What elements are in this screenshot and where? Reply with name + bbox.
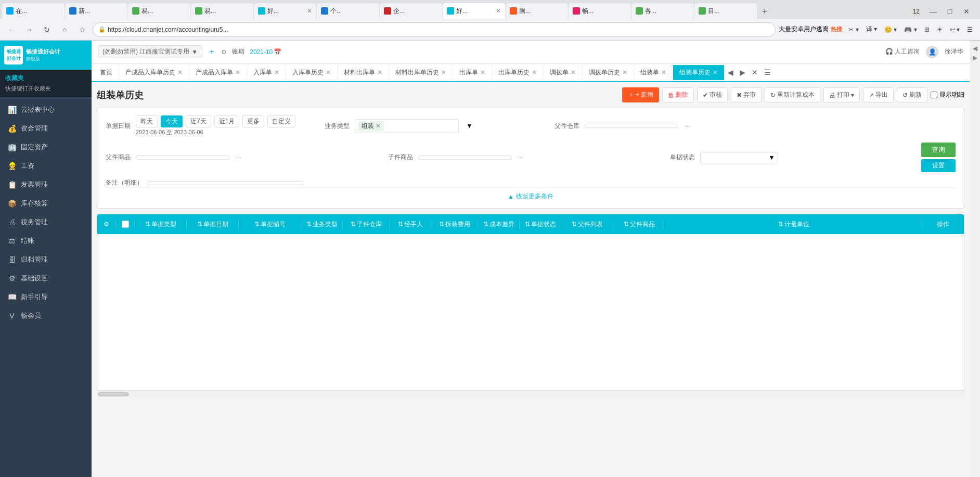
sidebar-item-assets[interactable]: 🏢 固定资产 <box>0 138 92 157</box>
query-button[interactable]: 查询 <box>921 143 956 157</box>
page-tab-5[interactable]: 材料出库单 ✕ <box>338 65 389 80</box>
th-settings[interactable]: ⚙ <box>97 221 116 228</box>
page-tab-8[interactable]: 出库单历史 ✕ <box>492 65 544 80</box>
page-tab-4[interactable]: 入库单历史 ✕ <box>286 65 338 80</box>
reload-button[interactable]: ↻ <box>40 22 54 37</box>
browser-tab-4[interactable]: 易... <box>191 3 253 19</box>
collapse-bar[interactable]: ▲ 收起更多条件 <box>106 187 956 201</box>
yesterday-btn[interactable]: 昨天 <box>136 115 158 127</box>
panel-collapse-btn[interactable]: ◀ <box>973 45 977 52</box>
window-minimize[interactable]: — <box>926 4 940 19</box>
sidebar-item-settlement[interactable]: ⚖ 结账 <box>0 231 92 250</box>
month-btn[interactable]: 近1月 <box>214 115 240 127</box>
page-tab-6-close[interactable]: ✕ <box>441 69 446 76</box>
scrollbar-thumb[interactable] <box>98 392 129 396</box>
forward-button[interactable]: → <box>22 22 36 37</box>
page-tab-7-close[interactable]: ✕ <box>480 69 485 76</box>
sidebar-item-archive[interactable]: 🗄 归档管理 <box>0 250 92 269</box>
sidebar-item-reports[interactable]: 📊 云报表中心 <box>0 100 92 119</box>
th-cost-diff[interactable]: ⇅ 成本差异 <box>478 220 520 229</box>
period-value[interactable]: 2021-10 📅 <box>250 48 281 56</box>
biz-type-tag-close[interactable]: ✕ <box>376 122 381 130</box>
th-biz-type[interactable]: ⇅ 业务类型 <box>301 220 343 229</box>
header-checkbox[interactable] <box>122 221 129 228</box>
export-button[interactable]: ↗ 导出 <box>863 87 894 102</box>
page-tab-11-close[interactable]: ✕ <box>661 69 666 76</box>
page-tab-11[interactable]: 组装单 ✕ <box>634 65 673 80</box>
company-selector[interactable]: (勿删勿禁用) 江西服宝测试专用 ▼ <box>98 45 202 58</box>
page-tab-active-close[interactable]: ✕ <box>713 69 718 76</box>
add-company-btn[interactable]: ＋ <box>208 46 216 57</box>
emoji-icon-btn[interactable]: 😊 ▾ <box>881 24 900 35</box>
browser-tab-active[interactable]: 好... ✕ <box>443 3 505 19</box>
browser-tab-10[interactable]: 各... <box>631 3 694 19</box>
parent-goods-more[interactable]: ··· <box>236 154 241 161</box>
th-bill-no[interactable]: ⇅ 单据编号 <box>239 220 301 229</box>
sidebar-item-settings[interactable]: ⚙ 基础设置 <box>0 269 92 288</box>
settings-button[interactable]: 设置 <box>921 159 956 172</box>
th-disassemble-fee[interactable]: ⇅ 拆装费用 <box>431 220 478 229</box>
tab-close-5[interactable]: ✕ <box>307 7 312 15</box>
browser-tab-1[interactable]: 在... <box>2 3 65 19</box>
sidebar-item-invoice[interactable]: 📋 发票管理 <box>0 175 92 194</box>
th-bill-status[interactable]: ⇅ 单据状态 <box>520 220 561 229</box>
grid-icon-btn[interactable]: ⊞ <box>921 24 933 35</box>
cut-icon-btn[interactable]: ✂ ▾ <box>845 24 861 35</box>
th-unit[interactable]: ⇅ 计量单位 <box>665 220 922 229</box>
bookmark-button[interactable]: ☆ <box>75 22 89 37</box>
tab-nav-close-all[interactable]: ✕ <box>749 66 761 79</box>
print-button[interactable]: 🖨 打印 ▾ <box>823 87 860 102</box>
browser-tab-11[interactable]: 目... <box>694 3 757 19</box>
service-btn[interactable]: 🎧 人工咨询 <box>885 47 920 56</box>
th-parent-list[interactable]: ⇅ 父件列表 <box>561 220 613 229</box>
browser-tab-2[interactable]: 新... <box>65 3 127 19</box>
delete-button[interactable]: 🗑 删除 <box>662 87 694 102</box>
translate-icon-btn[interactable]: 译 ▾ <box>863 23 880 36</box>
address-bar[interactable]: 🔒 https://cloud.chanjet.com/accounting/u… <box>93 22 776 37</box>
th-bill-date[interactable]: ⇅ 单据日期 <box>187 220 239 229</box>
sidebar-item-inventory[interactable]: 📦 库存核算 <box>0 194 92 213</box>
refresh-button[interactable]: ↺ 刷新 <box>897 87 927 102</box>
sidebar-item-member[interactable]: V 畅会员 <box>0 306 92 325</box>
th-child-warehouse[interactable]: ⇅ 子件仓库 <box>343 220 390 229</box>
tab-nav-next[interactable]: ▶ <box>737 66 749 79</box>
browser-tab-3[interactable]: 易... <box>128 3 190 19</box>
more-date-btn[interactable]: 更多 <box>242 115 264 127</box>
th-parent-goods[interactable]: ⇅ 父件商品 <box>613 220 665 229</box>
menu-icon-btn[interactable]: ☰ <box>964 24 976 35</box>
undo-icon-btn[interactable]: ↩ ▾ <box>947 24 963 35</box>
th-handler[interactable]: ⇅ 经手人 <box>390 220 431 229</box>
th-checkbox[interactable] <box>116 221 135 228</box>
page-tab-active[interactable]: 组装单历史 ✕ <box>673 65 725 80</box>
window-maximize[interactable]: □ <box>943 4 957 19</box>
abandon-button[interactable]: ✖ 弃审 <box>731 87 762 102</box>
settings-gear-icon[interactable]: ⚙ <box>221 48 227 56</box>
browser-tab-5[interactable]: 好... ✕ <box>254 3 316 19</box>
browser-tab-9[interactable]: 畅... <box>569 3 631 19</box>
week-btn[interactable]: 近7天 <box>186 115 211 127</box>
page-tab-7[interactable]: 出库单 ✕ <box>453 65 492 80</box>
page-tab-9-close[interactable]: ✕ <box>571 69 576 76</box>
page-tab-3-close[interactable]: ✕ <box>274 69 279 76</box>
th-bill-type[interactable]: ⇅ 单据类型 <box>135 220 187 229</box>
audit-button[interactable]: ✔ 审核 <box>697 87 728 102</box>
page-tab-10[interactable]: 调拨单历史 ✕ <box>583 65 634 80</box>
child-goods-more[interactable]: ··· <box>518 154 523 161</box>
custom-btn[interactable]: 自定义 <box>267 115 295 127</box>
page-tab-6[interactable]: 材料出库单历史 ✕ <box>389 65 453 80</box>
sidebar-item-finance[interactable]: 💰 资金管理 <box>0 119 92 138</box>
window-close[interactable]: ✕ <box>959 4 974 19</box>
bill-status-select[interactable]: ▼ <box>700 152 778 163</box>
page-tab-2[interactable]: 产成品入库单 ✕ <box>189 65 247 80</box>
sidebar-item-guide[interactable]: 📖 新手引导 <box>0 288 92 306</box>
biz-type-dropdown[interactable]: ▼ <box>463 121 525 131</box>
page-tab-1-close[interactable]: ✕ <box>177 69 183 76</box>
panel-expand-btn[interactable]: ▶ <box>973 54 977 61</box>
back-button[interactable]: ← <box>4 22 19 37</box>
browser-tab-6[interactable]: 个... <box>317 3 379 19</box>
page-tab-10-close[interactable]: ✕ <box>622 69 627 76</box>
sidebar-item-payroll[interactable]: 👷 工资 <box>0 157 92 175</box>
parent-goods-input[interactable] <box>136 156 229 160</box>
game-icon-btn[interactable]: 🎮 ▾ <box>901 24 920 35</box>
page-tab-9[interactable]: 调拨单 ✕ <box>544 65 583 80</box>
